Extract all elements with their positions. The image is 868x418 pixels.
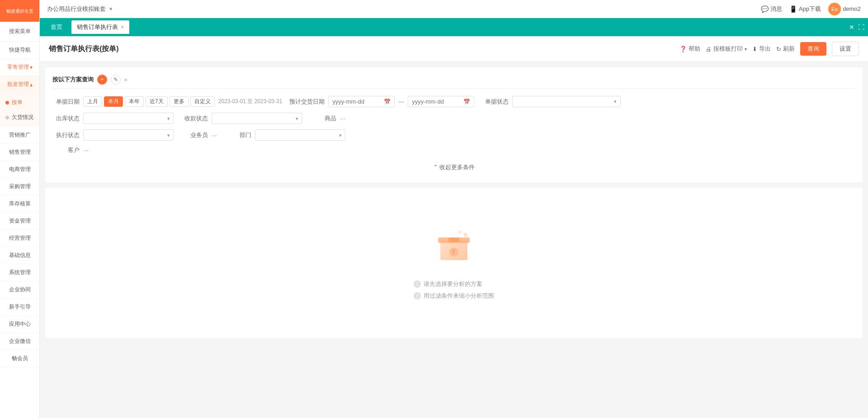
exec-status-select[interactable]: 未执行 部分执行 已执行: [83, 129, 174, 141]
tip-text-2: 用过滤条件来缩小分析范围: [424, 290, 494, 302]
search-menu-button[interactable]: 搜索菜单: [2, 25, 38, 38]
tip-text-1: 请先选择要分析的方案: [424, 278, 482, 290]
refresh-button[interactable]: ↻ 刷新: [776, 45, 795, 53]
goods-more-icon[interactable]: ···: [340, 115, 345, 122]
page-title: 销售订单执行表(按单): [49, 44, 119, 54]
enterprise-label: 企业协同: [9, 286, 31, 293]
print-button[interactable]: 🖨 按模板打印 ▾: [706, 45, 747, 53]
sidebar-item-sales[interactable]: 销售管理: [0, 144, 39, 161]
date-range-text: 2023-03-01 至 2023-03-31: [218, 98, 282, 105]
sidebar-item-system[interactable]: 系统管理: [0, 264, 39, 281]
print-icon: 🖨: [706, 46, 712, 52]
wholesale-arrow-icon: ▴: [30, 81, 33, 88]
dept-select[interactable]: [255, 129, 345, 141]
quick-nav-label: 快捷导航: [9, 47, 31, 53]
edit-scheme-button[interactable]: ✎: [111, 75, 121, 85]
delivery-date-end-field[interactable]: 📅: [408, 96, 474, 107]
date-btn-this-month[interactable]: 本月: [104, 96, 123, 107]
empty-tips: 1 请先选择要分析的方案 2 用过滤条件来缩小分析范围: [414, 278, 494, 302]
submenu-item-欠货[interactable]: 欠货情况: [0, 110, 39, 125]
sidebar-item-basic-info[interactable]: 基础信息: [0, 247, 39, 264]
svg-rect-5: [463, 233, 468, 237]
sidebar: 畅捷通好生意 搜索菜单 快捷导航 零售管理 ▾ 批发管理 ▴ 按单 欠货情况 营…: [0, 0, 40, 418]
customer-label: 客户: [52, 146, 80, 154]
sidebar-item-enterprise-wechat[interactable]: 企业微信: [0, 333, 39, 350]
finance-label: 资金管理: [9, 218, 31, 224]
empty-tip-1: 1 请先选择要分析的方案: [414, 278, 494, 290]
exec-status-select-wrapper: 未执行 部分执行 已执行: [83, 129, 174, 141]
filter-row-2: 出库状态 未出库 部分出库 已出库 收款状态: [52, 113, 855, 124]
page-content: 销售订单执行表(按单) ❓ 帮助 🖨 按模板打印 ▾ ⬇ 导出 ↻ 刷新: [40, 36, 868, 418]
date-btn-more[interactable]: 更多: [170, 96, 189, 107]
sidebar-item-quick-nav[interactable]: 快捷导航: [0, 42, 39, 59]
calendar-start-icon: 📅: [384, 99, 391, 105]
sidebar-item-operations[interactable]: 经营管理: [0, 230, 39, 247]
filter-salesman-item: 业务员 ···: [181, 131, 217, 139]
sidebar-item-finance[interactable]: 资金管理: [0, 213, 39, 230]
delivery-date-end-input[interactable]: [412, 98, 462, 105]
goods-label: 商品: [309, 114, 336, 123]
query-button[interactable]: 查询: [800, 42, 826, 56]
purchase-label: 采购管理: [9, 183, 31, 190]
refresh-label: 刷新: [783, 45, 795, 53]
top-header: 办公用品行业模拟账套 ▾ 💬 消息 📱 App下载 Ea demo2: [40, 0, 868, 18]
filter-row-4: 客户 ···: [52, 146, 855, 154]
window-close-button[interactable]: ✕: [849, 24, 854, 31]
customer-more-icon[interactable]: ···: [83, 147, 89, 154]
date-btn-custom[interactable]: 自定义: [190, 96, 215, 107]
tip-number-2: 2: [414, 292, 421, 299]
help-button[interactable]: ❓ 帮助: [679, 45, 700, 53]
breadcrumb-arrow-icon[interactable]: ▾: [109, 5, 113, 12]
sidebar-item-retail[interactable]: 零售管理 ▾: [0, 59, 39, 76]
filter-status-item: 单据状态 待审核 已审核 已完成: [481, 96, 621, 107]
sidebar-item-member[interactable]: 畅会员: [0, 350, 39, 367]
sidebar-item-ecommerce[interactable]: 电商管理: [0, 161, 39, 178]
date-btn-last-7-days[interactable]: 近7天: [146, 96, 168, 107]
tab-close-icon[interactable]: ×: [121, 24, 124, 30]
sidebar-item-marketing[interactable]: 营销推广: [0, 127, 39, 144]
app-download-button[interactable]: 📱 App下载: [789, 5, 821, 13]
out-status-select[interactable]: 未出库 部分出库 已出库: [83, 113, 174, 124]
sidebar-item-new-guide[interactable]: 新手引导: [0, 299, 39, 316]
delivery-date-start-input[interactable]: [332, 98, 382, 105]
svg-rect-6: [458, 231, 462, 234]
filter-panel: 按以下方案查询 + ✎ « 单据日期 上月 本月 本年 近7天 更多 自定义: [45, 67, 863, 182]
filter-delivery-date-item: 预计交货日期 📅 — 📅: [289, 96, 474, 107]
settings-button[interactable]: 设置: [832, 42, 859, 56]
date-btn-this-year[interactable]: 本年: [125, 96, 144, 107]
user-avatar-area[interactable]: Ea demo2: [828, 3, 861, 15]
date-btn-last-month[interactable]: 上月: [83, 96, 102, 107]
sidebar-logo[interactable]: 畅捷通好生意: [0, 0, 39, 22]
submenu-item-按单[interactable]: 按单: [0, 95, 39, 110]
ecommerce-label: 电商管理: [9, 166, 31, 172]
collect-status-select[interactable]: 未收款 部分收款 已收款: [212, 113, 302, 124]
status-select[interactable]: 待审核 已审核 已完成: [513, 96, 620, 107]
collapse-more-button[interactable]: ⌃ 收起更多条件: [52, 160, 855, 175]
operations-label: 经营管理: [9, 235, 31, 241]
sidebar-item-purchase[interactable]: 采购管理: [0, 178, 39, 195]
salesman-label: 业务员: [181, 131, 208, 139]
collapse-scheme-button[interactable]: «: [124, 76, 127, 83]
logo-text: 畅捷通好生意: [6, 8, 33, 14]
sidebar-item-enterprise[interactable]: 企业协同: [0, 281, 39, 299]
submenu-label-欠货: 欠货情况: [12, 114, 33, 121]
export-button[interactable]: ⬇ 导出: [752, 45, 771, 53]
sidebar-item-wholesale[interactable]: 批发管理 ▴: [0, 76, 39, 93]
message-button[interactable]: 💬 消息: [761, 5, 782, 13]
filter-customer-item: 客户 ···: [52, 146, 89, 154]
breadcrumb-text: 办公用品行业模拟账套: [47, 5, 106, 13]
salesman-more-icon[interactable]: ···: [212, 132, 217, 139]
inactive-dot-icon: [5, 116, 9, 119]
retail-arrow-icon: ▾: [30, 64, 33, 71]
filter-collect-status-item: 收款状态 未收款 部分收款 已收款: [181, 113, 302, 124]
enterprise-wechat-label: 企业微信: [9, 338, 31, 344]
window-maximize-button[interactable]: ⛶: [858, 24, 864, 31]
delivery-date-start-field[interactable]: 📅: [328, 96, 395, 107]
tab-home[interactable]: 首页: [43, 20, 70, 34]
sidebar-item-app-center[interactable]: 应用中心: [0, 316, 39, 333]
sidebar-item-inventory[interactable]: 库存核算: [0, 195, 39, 213]
header-right-actions: 💬 消息 📱 App下载 Ea demo2: [761, 3, 861, 15]
export-label: 导出: [759, 45, 771, 53]
tab-active[interactable]: 销售订单执行表 ×: [71, 20, 129, 34]
add-scheme-button[interactable]: +: [97, 75, 107, 85]
